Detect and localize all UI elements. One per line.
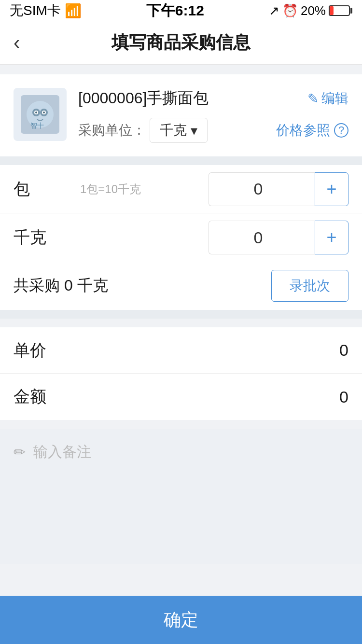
divider-1 [0,156,362,165]
wifi-icon: 📶 [65,3,82,19]
unit-value: 千克 [160,121,187,140]
product-thumbnail: 智十 [14,88,67,141]
product-name: [0000006]手撕面包 [78,88,209,109]
pencil-icon: ✏ [14,444,26,461]
edit-icon: ✎ [307,91,319,107]
alarm-icon: ⏰ [282,3,298,18]
kg-input-row: 千克 + [0,213,362,262]
confirm-button[interactable]: 确定 [0,596,362,644]
back-button[interactable]: ‹ [14,32,20,54]
status-time: 下午6:12 [146,1,204,21]
kg-input-wrapper: + [209,221,348,254]
info-section: 单价 0 金额 0 [0,327,362,420]
nav-bar: ‹ 填写商品采购信息 [0,21,362,65]
status-bar: 无SIM卡 📶 下午6:12 ↗ ⏰ 20% [0,0,362,21]
product-unit-row: 采购单位： 千克 ▾ 价格参照 ? [78,118,348,143]
total-amount: 0 [64,277,77,294]
carrier-label: 无SIM卡 [10,1,61,20]
record-btn-label: 录批次 [290,277,330,295]
unit-label: 采购单位： [78,121,146,140]
remark-placeholder: 输入备注 [33,442,91,462]
kg-label: 千克 [14,226,76,249]
product-logo-icon: 智十 [26,100,55,129]
remark-inner: ✏ 输入备注 [14,442,348,462]
bao-input-row: 包 1包=10千克 + [0,165,362,213]
product-header: [0000006]手撕面包 ✎ 编辑 [78,88,348,109]
svg-point-6 [43,112,45,113]
bao-sub-label: 1包=10千克 [80,182,209,197]
remark-section[interactable]: ✏ 输入备注 [0,429,362,564]
svg-point-5 [35,112,37,113]
svg-text:智十: 智十 [30,122,44,129]
product-thumb-inner: 智十 [21,95,59,134]
status-right: ↗ ⏰ 20% [269,3,352,18]
divider-2 [0,310,362,319]
page-title: 填写商品采购信息 [111,31,251,55]
amount-value: 0 [339,388,348,406]
dropdown-arrow-icon: ▾ [191,123,197,139]
product-info: [0000006]手撕面包 ✎ 编辑 采购单位： 千克 ▾ 价格参照 [78,88,348,143]
price-value: 0 [339,341,348,360]
edit-label: 编辑 [321,89,348,108]
battery-icon [329,5,352,16]
amount-row: 金额 0 [0,374,362,420]
total-text: 共采购 0 千克 [14,275,108,296]
bao-plus-button[interactable]: + [315,172,348,206]
confirm-label: 确定 [164,608,198,632]
location-icon: ↗ [269,3,279,18]
unit-dropdown[interactable]: 千克 ▾ [150,118,208,143]
total-unit: 千克 [77,277,108,294]
price-label: 单价 [14,339,46,362]
edit-button[interactable]: ✎ 编辑 [307,89,348,108]
bao-input-wrapper: + [209,172,348,206]
total-label: 共采购 [14,277,60,294]
status-left: 无SIM卡 📶 [10,1,82,20]
record-batch-button[interactable]: 录批次 [271,270,348,302]
bao-input[interactable] [209,172,315,206]
price-row: 单价 0 [0,327,362,374]
help-icon: ? [334,123,348,138]
kg-input[interactable] [209,221,315,254]
price-reference-button[interactable]: 价格参照 ? [276,121,348,140]
amount-label: 金额 [14,386,46,408]
total-row: 共采购 0 千克 录批次 [0,262,362,310]
price-ref-label: 价格参照 [276,121,330,140]
input-section: 包 1包=10千克 + 千克 + [0,165,362,262]
unit-selector-area: 采购单位： 千克 ▾ [78,118,208,143]
bao-label: 包 [14,178,76,200]
kg-plus-button[interactable]: + [315,221,348,254]
product-card: 智十 [0000006]手撕面包 ✎ 编辑 采购单位： 千克 ▾ [0,74,362,156]
battery-percent: 20% [301,3,326,18]
